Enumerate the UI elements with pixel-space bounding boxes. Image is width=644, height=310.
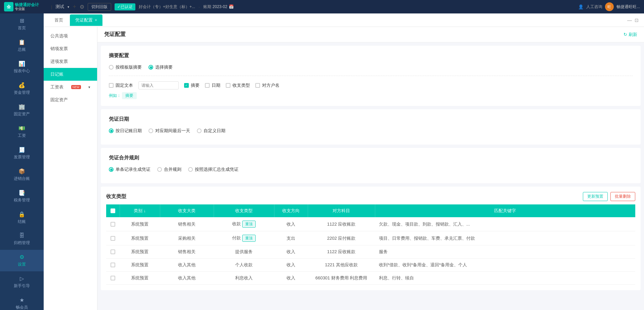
td-direction: 支出 bbox=[274, 231, 308, 245]
fixed-text-input[interactable] bbox=[138, 81, 179, 89]
summary-section: 摘要配置 按模板版摘要 选择摘要 bbox=[101, 46, 641, 106]
reset-btn[interactable]: 重顶 bbox=[242, 221, 256, 228]
tab-voucher-config[interactable]: 凭证配置 × bbox=[70, 14, 102, 26]
tab-home[interactable]: 首页 bbox=[49, 14, 69, 26]
merge-rule-title: 凭证合并规则 bbox=[109, 155, 633, 161]
sidebar-item-reports[interactable]: 📊 报表中心 bbox=[0, 56, 44, 78]
test-name: 测试 bbox=[55, 4, 64, 10]
checkbox-payment-type[interactable]: 收支类型 bbox=[226, 82, 250, 88]
sidebar-item-label: 发票管理 bbox=[14, 154, 30, 160]
td-category: 系统预置 bbox=[120, 272, 160, 285]
sidebar-item-member[interactable]: ★ 畅会员 bbox=[0, 293, 44, 310]
checkbox-date[interactable]: 日期 bbox=[205, 82, 220, 88]
radio-journal-date-circle bbox=[109, 128, 114, 133]
sidebar-item-label: 进销台账 bbox=[14, 176, 30, 182]
radio-template-summary[interactable]: 按模板版摘要 bbox=[109, 64, 142, 70]
sidebar-item-label: 结账 bbox=[18, 219, 26, 225]
refresh-icon: ↻ bbox=[624, 32, 627, 37]
tax-icon: 📑 bbox=[18, 190, 25, 196]
checkbox-box bbox=[109, 83, 114, 88]
th-direction: 收支方向 bbox=[274, 204, 308, 217]
td-checkbox[interactable] bbox=[106, 231, 120, 245]
close-period-icon: 🔒 bbox=[18, 211, 25, 218]
sidebar-item-invoice[interactable]: 🧾 发票管理 bbox=[0, 143, 44, 164]
refresh-btn[interactable]: ↻ 刷新 bbox=[624, 32, 637, 38]
update-preset-btn[interactable]: 更新预置 bbox=[583, 192, 608, 201]
left-nav-payroll[interactable]: 工资表 NEW ▾ bbox=[44, 81, 97, 93]
tab-minimize-icon[interactable]: — bbox=[627, 17, 632, 23]
radio-custom-date[interactable]: 自定义日期 bbox=[197, 128, 225, 134]
tab-expand-icon[interactable]: ⊡ bbox=[635, 17, 639, 23]
left-nav: 公共选项 销项发票 进项发票 日记账 工资表 NEW ▾ 固定资产 bbox=[44, 27, 97, 310]
radio-single-record[interactable]: 单条记录生成凭证 bbox=[109, 166, 151, 172]
table-row: 系统预置 销售相关 收款 重顶 收入 1122 应收账款 欠款、现金、项目款、到… bbox=[106, 217, 635, 231]
radio-merge-rule[interactable]: 合并规则 bbox=[157, 166, 181, 172]
left-nav-public[interactable]: 公共选项 bbox=[44, 30, 97, 42]
expand-arrow-icon: ▾ bbox=[88, 85, 90, 89]
checkbox-fixed-text[interactable]: 固定文本 bbox=[109, 82, 133, 88]
batch-delete-btn[interactable]: 批量删除 bbox=[610, 192, 635, 201]
checkbox-date-box bbox=[205, 83, 210, 88]
sidebar-item-fixed-assets[interactable]: 🏢 固定资产 bbox=[0, 100, 44, 121]
radio-journal-date[interactable]: 按日记账日期 bbox=[109, 128, 142, 134]
sidebar-item-guide[interactable]: ▷ 新手引导 bbox=[0, 271, 44, 293]
chevron-down-icon[interactable]: ▾ bbox=[68, 5, 69, 9]
td-keyword: 项目、日常费用、报销款、车费、承兑汇票、付款 bbox=[375, 231, 635, 245]
user-name[interactable]: 畅捷通旺旺... bbox=[616, 4, 640, 10]
checkbox-summary-box bbox=[184, 83, 189, 88]
switch-old-btn[interactable]: 切到旧版 bbox=[88, 3, 111, 11]
td-keyword: 收到*借款、收到*备用金、退回*备用金、个人 bbox=[375, 259, 635, 272]
sidebar-item-salary[interactable]: 💵 工资 bbox=[0, 121, 44, 143]
sidebar-item-funds[interactable]: 💰 资金管理 bbox=[0, 78, 44, 100]
sidebar-item-tax[interactable]: 📑 税务管理 bbox=[0, 186, 44, 207]
sidebar-item-archive[interactable]: 🗄 归档管理 bbox=[0, 229, 44, 250]
table-row: 系统预置 采购相关 付款 重顶 支出 2202 应付账款 项目、日常费用、报销款… bbox=[106, 231, 635, 245]
user-avatar: 旺 bbox=[605, 2, 614, 11]
radio-merge-rule-circle bbox=[157, 167, 162, 172]
td-direction: 收入 bbox=[274, 245, 308, 259]
reset-btn[interactable]: 重顶 bbox=[242, 235, 256, 242]
sidebar-item-close[interactable]: 🔒 结账 bbox=[0, 207, 44, 229]
funds-icon: 💰 bbox=[18, 82, 25, 88]
td-subject: 1122 应收账款 bbox=[308, 217, 375, 231]
home-icon: ⊞ bbox=[20, 17, 24, 24]
summary-checkbox-group: 固定文本 摘要 日期 收支类型 bbox=[109, 81, 633, 89]
left-nav-journal[interactable]: 日记账 bbox=[44, 68, 97, 81]
th-major: 收支大类 bbox=[160, 204, 214, 217]
sidebar-item-ledger[interactable]: 📋 总账 bbox=[0, 35, 44, 56]
radio-last-day[interactable]: 对应期间最后一天 bbox=[148, 128, 190, 134]
td-major: 收入其他 bbox=[160, 259, 214, 272]
td-checkbox[interactable] bbox=[106, 245, 120, 259]
reports-icon: 📊 bbox=[18, 61, 25, 67]
td-checkbox[interactable] bbox=[106, 259, 120, 272]
sidebar-item-purchase[interactable]: 📦 进销台账 bbox=[0, 164, 44, 186]
example-text: 例如： 摘要 bbox=[109, 92, 633, 99]
payment-type-section: 收支类型 更新预置 批量删除 bbox=[101, 187, 641, 290]
td-direction: 收入 bbox=[274, 217, 308, 231]
salary-icon: 💵 bbox=[18, 125, 25, 131]
left-nav-sales-invoice[interactable]: 销项发票 bbox=[44, 42, 97, 55]
radio-select-summary[interactable]: 选择摘要 bbox=[148, 64, 173, 70]
radio-select-total-circle bbox=[188, 167, 193, 172]
td-subject: 1122 应收账款 bbox=[308, 245, 375, 259]
voucher-date-radio-group: 按日记账日期 对应期间最后一天 自定义日期 bbox=[109, 128, 633, 134]
period-label: 账期 2023-02 📅 bbox=[203, 4, 234, 10]
new-badge: NEW bbox=[71, 85, 81, 89]
checkbox-counterpart[interactable]: 对方户名 bbox=[255, 82, 280, 88]
select-all-checkbox[interactable] bbox=[111, 208, 115, 213]
sidebar-item-home[interactable]: ⊞ 首页 bbox=[0, 13, 44, 35]
left-nav-fixed-assets[interactable]: 固定资产 bbox=[44, 93, 97, 106]
td-checkbox[interactable] bbox=[106, 272, 120, 285]
checkbox-summary[interactable]: 摘要 bbox=[184, 82, 200, 88]
tab-close-icon[interactable]: × bbox=[95, 18, 97, 23]
th-category[interactable]: 类别 ↓ bbox=[120, 204, 160, 217]
td-checkbox[interactable] bbox=[106, 217, 120, 231]
calendar-icon[interactable]: 📅 bbox=[229, 4, 234, 9]
sidebar-item-settings[interactable]: ⚙ 设置 bbox=[0, 250, 44, 271]
table-header-row: 收支类型 更新预置 批量删除 bbox=[106, 192, 635, 201]
radio-select-total[interactable]: 按照选择汇总生成凭证 bbox=[188, 166, 239, 172]
checkbox-counterpart-box bbox=[255, 83, 260, 88]
th-checkbox bbox=[106, 204, 120, 217]
left-nav-purchase-invoice[interactable]: 进项发票 bbox=[44, 55, 97, 68]
support-label[interactable]: 人工咨询 bbox=[586, 4, 602, 10]
